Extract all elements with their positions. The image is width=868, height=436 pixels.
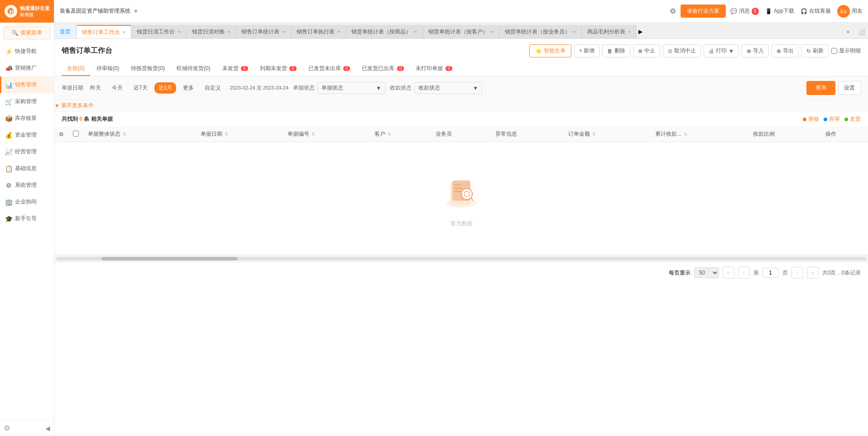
tab-cash-reconcile[interactable]: 钱货日清对账 ×: [187, 25, 236, 38]
smart-create-btn[interactable]: ⭐ 智能生单: [529, 44, 571, 57]
status-select[interactable]: 单据状态 ▼: [317, 82, 385, 94]
sort-customer-icon[interactable]: ⇅: [388, 132, 391, 137]
date-btn-today[interactable]: 今天: [108, 82, 127, 94]
tab-home[interactable]: 首页: [54, 25, 77, 38]
prev-page-btn[interactable]: ‹: [738, 267, 750, 279]
topbar-settings-icon[interactable]: ⚙: [670, 7, 676, 15]
date-btn-1month[interactable]: 近1月: [154, 82, 177, 94]
sort-date-icon[interactable]: ⇅: [225, 132, 228, 137]
new-btn[interactable]: + 新增: [574, 44, 599, 57]
tab-sales-order[interactable]: 销售订单工作台 ×: [77, 25, 131, 38]
refresh-btn[interactable]: ↻ 刷新: [801, 44, 829, 57]
import-btn[interactable]: ⊕ 导入: [742, 44, 769, 57]
sub-tab-pending-inspect[interactable]: 待拣货验货(0): [125, 62, 170, 76]
ship-action[interactable]: 发货: [844, 115, 861, 123]
sidebar-item-inventory[interactable]: 📦 库存核算: [0, 110, 54, 127]
tab-close-sales-stats[interactable]: ×: [282, 29, 285, 34]
last-page-btn[interactable]: »: [807, 267, 819, 279]
tab-close-cash-reconcile[interactable]: ×: [227, 29, 230, 34]
sidebar-item-guide[interactable]: 🎓 新手引导: [0, 210, 54, 227]
user-item[interactable]: Ea 用友: [837, 5, 863, 18]
cancel-review-action[interactable]: 弃审: [824, 115, 840, 123]
tab-cash-daily[interactable]: 钱货日清工作台 ×: [131, 25, 186, 38]
sort-status-icon[interactable]: ⇅: [123, 132, 126, 137]
show-detail-label[interactable]: 显示明细: [831, 47, 861, 55]
tab-close-sales-exec[interactable]: ×: [337, 29, 340, 34]
scroll-thumb[interactable]: [101, 257, 237, 261]
sidebar-item-system[interactable]: ⚙ 系统管理: [0, 177, 54, 194]
tabs-action-maximize[interactable]: ⬜: [855, 26, 868, 38]
sidebar-settings-icon[interactable]: ⚙: [4, 424, 10, 432]
page-number-input[interactable]: [762, 268, 779, 278]
tab-sales-summary-customer[interactable]: 销货单统计表（按客户） ×: [423, 25, 499, 38]
sidebar-item-enterprise[interactable]: 🏢 企业协同: [0, 194, 54, 210]
sub-tab-pending-review[interactable]: 待审核(0): [91, 62, 125, 76]
sort-number-icon[interactable]: ⇅: [312, 132, 315, 137]
tabs-bar: 首页 销售订单工作台 × 钱货日清工作台 × 钱货日清对账 × 销售订单统计表 …: [54, 23, 868, 39]
message-badge: 6: [752, 8, 759, 15]
col-settings-icon[interactable]: ⚙: [59, 131, 64, 137]
tabs-more-nav[interactable]: ▶: [637, 25, 644, 38]
scroll-track[interactable]: [56, 257, 866, 261]
sidebar-item-operations[interactable]: 📈 经营管理: [0, 143, 54, 160]
tabs-action-close-all[interactable]: ×: [842, 26, 854, 38]
sidebar-item-marketing[interactable]: 📣 营销推广: [0, 60, 54, 76]
sub-tab-wangpu[interactable]: 旺铺待发货(0): [171, 62, 216, 76]
tab-sales-stats[interactable]: 销售订单统计表 ×: [236, 25, 291, 38]
search-menu-btn[interactable]: 🔍 搜索菜单: [4, 26, 50, 39]
page-header: 销售订单工作台 ⭐ 智能生单 + 新增 🗑 删除 ⊗ 中止 ⊙ 取消中止: [54, 39, 868, 57]
sub-tab-not-shipped[interactable]: 未发货 0: [217, 62, 254, 76]
horizontal-scrollbar[interactable]: [54, 255, 868, 262]
print-dropdown-icon: ▼: [729, 48, 734, 54]
delete-btn[interactable]: 🗑 删除: [602, 44, 630, 57]
sub-tab-shipped-not-out[interactable]: 已发货未出库 0: [303, 62, 356, 76]
filter-setting-btn[interactable]: 设置: [838, 81, 861, 95]
date-btn-more[interactable]: 更多: [179, 82, 198, 94]
industry-btn[interactable]: 体验行业方案: [681, 5, 726, 18]
sort-collected-icon[interactable]: ⇅: [684, 132, 687, 137]
tab-sales-exec[interactable]: 销售订单执行表 ×: [291, 25, 346, 38]
tab-close-sales-order[interactable]: ×: [123, 29, 125, 35]
sidebar-collapse-icon[interactable]: ◀: [45, 425, 50, 432]
message-item[interactable]: 💬 消息 6: [730, 7, 759, 15]
sub-tab-shipped-out[interactable]: 已发货已出库 0: [356, 62, 409, 76]
next-page-btn[interactable]: ›: [791, 267, 803, 279]
print-btn[interactable]: 🖨 打印 ▼: [704, 44, 739, 57]
online-service-item[interactable]: 🎧 在线客服: [801, 7, 831, 15]
expand-more-btn[interactable]: ▼ 展开更多条件: [54, 102, 868, 109]
date-btn-7days[interactable]: 近7天: [129, 82, 152, 94]
review-action[interactable]: 审核: [803, 115, 819, 123]
app-download-item[interactable]: 📱 App下载: [765, 7, 794, 15]
sidebar-item-purchase[interactable]: 🛒 采购管理: [0, 93, 54, 110]
tab-close-cash-daily[interactable]: ×: [177, 29, 180, 34]
export-btn[interactable]: ⊕ 导出: [772, 44, 799, 57]
tab-close-summary-staff[interactable]: ×: [573, 29, 575, 34]
tab-close-summary-customer[interactable]: ×: [491, 29, 494, 34]
select-all-checkbox[interactable]: [73, 131, 79, 137]
tab-product-margin[interactable]: 商品毛利分析表 ×: [582, 25, 637, 38]
cancel-stop-btn[interactable]: ⊙ 取消中止: [663, 44, 701, 57]
tab-sales-summary-staff[interactable]: 销货单统计表（按业务员） ×: [499, 25, 581, 38]
date-btn-yesterday[interactable]: 昨天: [86, 82, 105, 94]
sub-tab-not-printed[interactable]: 未打印单据 0: [410, 62, 458, 76]
sidebar-item-finance[interactable]: 💰 资金管理: [0, 127, 54, 143]
sidebar-item-quick-nav[interactable]: ⚡ 快捷导航: [0, 43, 54, 60]
tab-close-product-margin[interactable]: ×: [628, 29, 631, 34]
sort-amount-icon[interactable]: ⇅: [592, 132, 596, 137]
export-icon: ⊕: [777, 48, 781, 54]
stop-btn[interactable]: ⊗ 中止: [633, 44, 660, 57]
result-count: 共找到 0 条 相关单据: [62, 115, 113, 123]
sub-tab-all[interactable]: 全部(0): [62, 62, 90, 76]
sidebar-item-basic-info[interactable]: 📋 基础信息: [0, 160, 54, 177]
first-page-btn[interactable]: «: [723, 267, 734, 279]
query-btn[interactable]: 查询: [806, 81, 835, 95]
date-btn-custom[interactable]: 自定义: [201, 82, 225, 94]
sidebar-search[interactable]: 🔍 搜索菜单: [0, 23, 54, 43]
page-size-select[interactable]: 50 10 20 100: [694, 267, 719, 278]
sidebar-item-sales[interactable]: 📊 销售管理: [0, 76, 54, 93]
payment-select[interactable]: 收款状态 ▼: [414, 82, 482, 94]
tab-sales-summary-product[interactable]: 销货单统计表（按商品） ×: [346, 25, 422, 38]
tab-close-summary-product[interactable]: ×: [414, 29, 417, 34]
sub-tab-expired-not-shipped[interactable]: 到期未发货 0: [254, 62, 302, 76]
show-detail-checkbox[interactable]: [831, 48, 837, 54]
